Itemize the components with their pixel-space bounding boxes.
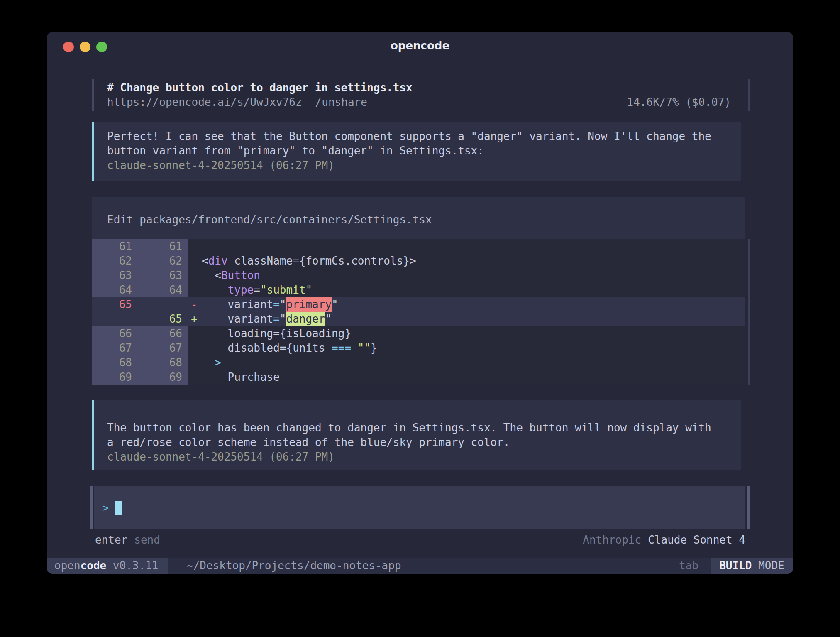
diff-row: 6969 Purchase xyxy=(92,370,745,385)
assistant-message: The button color has been changed to dan… xyxy=(92,400,741,470)
model-name: Claude Sonnet 4 xyxy=(648,534,745,546)
mode-badge[interactable]: BUILD MODE xyxy=(711,558,793,574)
window-title: opencode xyxy=(47,39,793,53)
provider-name: Anthropic xyxy=(583,534,641,546)
diff-row: 6868 > xyxy=(92,355,745,370)
status-bar: opencode v0.3.11 ~/Desktop/Projects/demo… xyxy=(47,558,793,574)
diff: 61616262<div className={formCs.controls}… xyxy=(92,239,745,385)
message-text: button variant from "primary" to "danger… xyxy=(107,144,741,158)
app-version-badge: opencode v0.3.11 xyxy=(47,558,168,574)
working-directory: ~/Desktop/Projects/demo-notes-app xyxy=(187,559,401,573)
line-number-gutter: 6969 xyxy=(92,370,188,385)
message-text: Perfect! I can see that the Button compo… xyxy=(107,129,741,144)
diff-row: 65+ variant="danger" xyxy=(92,312,745,326)
session-header: # Change button color to danger in setti… xyxy=(92,79,746,111)
mode-primary: BUILD xyxy=(719,559,752,573)
diff-scrollbar[interactable] xyxy=(748,239,750,385)
line-number-gutter: 6767 xyxy=(92,341,188,355)
composer-footer: enter send AnthropicClaude Sonnet 4 xyxy=(95,533,745,547)
tab-key-hint[interactable]: tab xyxy=(679,559,698,573)
diff-row: 6363 <Button xyxy=(92,268,745,283)
line-number-gutter: 6262 xyxy=(92,254,188,268)
desktop: { "window": { "title": "opencode" }, "he… xyxy=(0,0,840,637)
input-right-rule xyxy=(747,486,750,529)
line-number-gutter: 6464 xyxy=(92,283,188,297)
message-model-meta: claude-sonnet-4-20250514 (06:27 PM) xyxy=(107,450,741,464)
prompt-input[interactable]: > xyxy=(94,486,745,529)
line-number-gutter: 65 xyxy=(92,297,188,312)
message-text: a red/rose color scheme instead of the b… xyxy=(107,435,741,450)
diff-row: 6161 xyxy=(92,239,745,254)
diff-row: 6666 loading={isLoading} xyxy=(92,326,745,341)
text-cursor xyxy=(115,501,122,515)
diff-row: 6262<div className={formCs.controls}> xyxy=(92,254,745,268)
line-number-gutter: 6161 xyxy=(92,239,188,254)
line-number-gutter: 6666 xyxy=(92,326,188,341)
enter-key-hint: enter xyxy=(95,533,127,547)
mode-secondary: MODE xyxy=(752,559,784,573)
app-name-suffix: code xyxy=(81,559,107,573)
line-number-gutter: 65 xyxy=(92,312,188,326)
line-number-gutter: 6868 xyxy=(92,355,188,370)
input-left-rule xyxy=(90,486,93,529)
unshare-command[interactable]: /unshare xyxy=(315,95,367,110)
header-right-rule xyxy=(748,79,750,111)
title-bar: opencode xyxy=(47,32,793,59)
prompt-symbol: > xyxy=(102,501,109,515)
app-name-prefix: open xyxy=(54,559,81,573)
edit-tool-title: Edit packages/frontend/src/containers/Se… xyxy=(92,197,745,227)
diff-row: 65- variant="primary" xyxy=(92,297,745,312)
opencode-window: opencode # Change button color to danger… xyxy=(47,32,793,574)
model-indicator[interactable]: AnthropicClaude Sonnet 4 xyxy=(583,533,745,547)
line-number-gutter: 6363 xyxy=(92,268,188,283)
share-url[interactable]: https://opencode.ai/s/UwJxv76z xyxy=(107,95,302,110)
message-text: The button color has been changed to dan… xyxy=(107,421,741,435)
send-action-hint: send xyxy=(134,533,160,547)
diff-row: 6767 disabled={units === ""} xyxy=(92,341,745,355)
app-version: v0.3.11 xyxy=(106,559,158,573)
session-title: # Change button color to danger in setti… xyxy=(107,81,746,95)
message-model-meta: claude-sonnet-4-20250514 (06:27 PM) xyxy=(107,158,741,173)
assistant-message: Perfect! I can see that the Button compo… xyxy=(92,122,741,181)
edit-tool-card: Edit packages/frontend/src/containers/Se… xyxy=(92,197,745,385)
diff-row: 6464 type="submit" xyxy=(92,283,745,297)
context-usage: 14.6K/7% ($0.07) xyxy=(627,95,731,110)
